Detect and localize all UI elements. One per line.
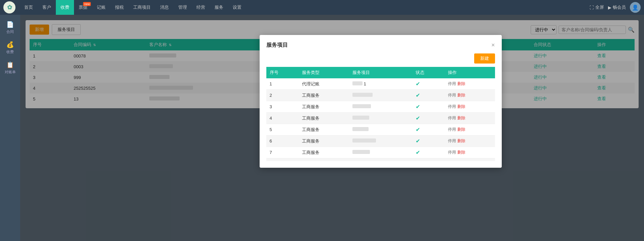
disable-button[interactable]: 停用 — [448, 92, 456, 98]
modal-table-row: 3 工商服务 ✔ 停用 删除 — [266, 101, 495, 113]
nav-manage[interactable]: 管理 — [174, 0, 192, 15]
modal-toolbar: 新建 — [266, 53, 495, 64]
service-items-table: 序号 服务类型 服务项目 状态 操作 1 代理记账 1 ✔ — [266, 67, 495, 161]
disable-button[interactable]: 停用 — [448, 81, 456, 87]
nav-home[interactable]: 首页 — [20, 0, 38, 15]
nav-settings[interactable]: 设置 — [228, 0, 246, 15]
modal-col-type: 服务类型 — [299, 67, 349, 78]
nav-bookkeeping[interactable]: 记账 — [92, 0, 110, 15]
modal-table-row: 2 工商服务 ✔ 停用 删除 — [266, 90, 495, 101]
delete-button[interactable]: 删除 — [457, 92, 465, 98]
modal-table-container: 序号 服务类型 服务项目 状态 操作 1 代理记账 1 ✔ — [266, 67, 495, 161]
service-items-modal: 服务项目 × 新建 序号 服务类型 服务项目 状态 操作 — [260, 35, 502, 168]
contract-icon: 📄 — [6, 21, 14, 28]
delete-button[interactable]: 删除 — [457, 127, 465, 132]
new-service-button[interactable]: 新建 — [474, 53, 495, 64]
sidebar-item-contract[interactable]: 📄 合同 — [1, 18, 19, 37]
delete-button[interactable]: 删除 — [457, 150, 465, 155]
modal-header: 服务项目 × — [266, 42, 495, 49]
top-right-actions: ⛶ 全屏 ▶ 畅会员 👤 — [590, 2, 641, 13]
modal-close-button[interactable]: × — [491, 42, 495, 49]
left-sidebar: 📄 合同 💰 收费 📋 对账单 — [0, 15, 20, 241]
modal-title: 服务项目 — [266, 42, 288, 49]
modal-table-row: 1 代理记账 1 ✔ 停用 删除 — [266, 78, 495, 90]
delete-button[interactable]: 删除 — [457, 115, 465, 121]
app-logo: ✿ — [3, 1, 15, 13]
reconciliation-icon: 📋 — [6, 61, 14, 69]
sidebar-item-reconciliation[interactable]: 📋 对账单 — [1, 58, 19, 77]
delete-button[interactable]: 删除 — [457, 104, 465, 110]
disable-button[interactable]: 停用 — [448, 104, 456, 110]
fullscreen-button[interactable]: ⛶ 全屏 — [590, 4, 604, 10]
nav-message[interactable]: 消息 — [155, 0, 174, 15]
nav-operation[interactable]: 经营 — [192, 0, 210, 15]
sidebar-item-fee[interactable]: 💰 收费 — [1, 38, 19, 57]
modal-col-status: 状态 — [412, 67, 445, 78]
disable-button[interactable]: 停用 — [448, 150, 456, 155]
modal-col-item: 服务项目 — [349, 67, 412, 78]
disable-button[interactable]: 停用 — [448, 138, 456, 144]
nav-invoice[interactable]: 票据 new — [74, 0, 92, 15]
main-content: 新增 服务项目 进行中 已完成 全部 🔍 序号 合同编码 — [20, 15, 644, 241]
main-layout: 📄 合同 💰 收费 📋 对账单 新增 服务项目 进行中 已完成 全部 — [0, 15, 644, 241]
modal-table-row: 8 工商服务 注册 ✔ 停用 删除 — [266, 158, 495, 161]
disable-button[interactable]: 停用 — [448, 127, 456, 132]
member-button[interactable]: ▶ 畅会员 — [608, 4, 626, 10]
modal-col-seq: 序号 — [266, 67, 299, 78]
modal-col-action: 操作 — [445, 67, 495, 78]
modal-table-row: 5 工商服务 ✔ 停用 删除 — [266, 124, 495, 135]
disable-button[interactable]: 停用 — [448, 115, 456, 121]
nav-customer[interactable]: 客户 — [38, 0, 56, 15]
nav-tax[interactable]: 报税 — [110, 0, 128, 15]
new-badge: new — [83, 2, 91, 6]
fullscreen-icon: ⛶ — [590, 5, 594, 10]
modal-table-row: 7 工商服务 ✔ 停用 删除 — [266, 147, 495, 158]
modal-table-row: 6 工商服务 ✔ 停用 删除 — [266, 135, 495, 147]
member-icon: ▶ — [608, 5, 611, 10]
nav-service[interactable]: 服务 — [210, 0, 228, 15]
fee-icon: 💰 — [6, 41, 14, 48]
top-navigation: ✿ 首页 客户 收费 票据 new 记账 报税 工商项目 消息 管理 经营 服务… — [0, 0, 644, 15]
nav-business[interactable]: 工商项目 — [128, 0, 155, 15]
user-avatar[interactable]: 👤 — [630, 2, 641, 13]
nav-fee[interactable]: 收费 — [56, 0, 74, 15]
delete-button[interactable]: 删除 — [457, 81, 465, 87]
modal-table-row: 4 工商服务 ✔ 停用 删除 — [266, 113, 495, 124]
delete-button[interactable]: 删除 — [457, 138, 465, 144]
